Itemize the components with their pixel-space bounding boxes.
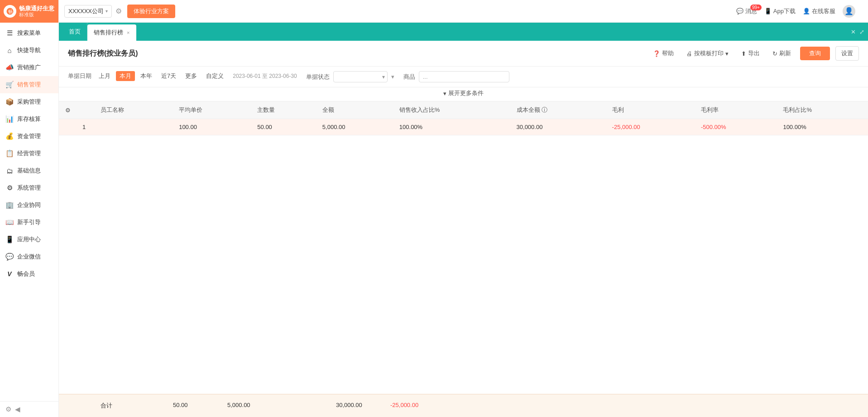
template-print-button[interactable]: 🖨 按模板打印 ▾ (683, 48, 732, 59)
sidebar-item-label: 快捷导航 (17, 46, 41, 54)
company-dropdown-icon: ▾ (106, 9, 108, 14)
export-button[interactable]: ⬆ 导出 (738, 48, 763, 59)
sidebar-footer: ⚙ ◀ (0, 401, 58, 417)
row-qty-cell: 50.00 (252, 119, 317, 135)
sidebar-item-funds[interactable]: 💰 资金管理 (0, 128, 58, 145)
app-download-action[interactable]: 📱 App下载 (764, 7, 796, 15)
export-icon: ⬆ (741, 50, 746, 57)
date-filter-label: 单据日期 (68, 72, 91, 80)
date-tab-this-year[interactable]: 本年 (137, 71, 156, 81)
goods-filter-label: 商品 (403, 73, 415, 81)
avatar-icon: 👤 (844, 7, 854, 15)
sidebar-item-quick-nav[interactable]: ⌂ 快捷导航 (0, 42, 58, 59)
sidebar-item-system[interactable]: ⚙ 系统管理 (0, 179, 58, 197)
sales-rank-table: ⚙ 员工名称 平均单价 主数量 全额 销售收入占比% 成本全额 ⓘ 毛利 毛利率… (59, 101, 868, 135)
footer-qty: 50.00 (168, 399, 222, 412)
tab-close-icon[interactable]: × (127, 30, 129, 35)
tab-home[interactable]: 首页 (62, 23, 87, 41)
expand-conditions-button[interactable]: ▾ 展开更多条件 (443, 89, 484, 97)
date-tab-last-month[interactable]: 上月 (95, 71, 114, 81)
tab-home-label: 首页 (69, 28, 81, 36)
query-button[interactable]: 查询 (800, 47, 830, 60)
sidebar-item-label: 营销推广 (17, 63, 41, 72)
row-gross-pct-cell: 100.00% (777, 119, 868, 135)
sidebar-item-enterprise[interactable]: 🏢 企业协同 (0, 197, 58, 214)
sidebar-settings-icon[interactable]: ⚙ (5, 405, 11, 413)
refresh-button[interactable]: ↻ 刷新 (769, 48, 795, 59)
row-gross-profit-cell: -25,000.00 (607, 119, 695, 135)
col-cost: 成本全额 ⓘ (511, 101, 607, 119)
logo-sub: 标准版 (19, 12, 54, 18)
row-rank-cell: 1 (77, 119, 95, 135)
sidebar-item-basic-info[interactable]: 🗂 基础信息 (0, 162, 58, 179)
topbar-gear-icon[interactable]: ⚙ (115, 7, 122, 15)
company-selector[interactable]: XXXXXX公司 ▾ (64, 5, 112, 18)
status-filter-group: 单据状态 ▾ (306, 71, 394, 82)
app-download-label: App下载 (773, 7, 796, 15)
content-area: 销售排行榜(按业务员) ❓ 帮助 🖨 按模板打印 ▾ ⬆ 导出 (59, 41, 868, 417)
footer-spacer (276, 399, 331, 412)
purchase-icon: 📦 (5, 98, 14, 106)
sidebar-item-wechat[interactable]: 💬 企业微信 (0, 248, 58, 265)
refresh-icon: ↻ (772, 50, 777, 57)
sidebar-item-inventory[interactable]: 📊 库存核算 (0, 110, 58, 128)
settings-button[interactable]: 设置 (835, 46, 859, 61)
print-dropdown-icon: ▾ (725, 50, 729, 57)
help-label: 帮助 (662, 49, 674, 58)
col-settings[interactable]: ⚙ (59, 101, 77, 119)
window-maximize-icon[interactable]: ⤢ (859, 29, 864, 35)
col-amount: 全额 (317, 101, 394, 119)
table-footer: 合计 50.00 5,000.00 30,000.00 -25,000.00 (59, 394, 868, 417)
sidebar-logo: 畅 畅康通好生意 标准版 (0, 0, 58, 23)
tab-sales-rank[interactable]: 销售排行榜 × (87, 24, 136, 41)
message-icon: 💬 (736, 8, 743, 14)
table-wrapper: ⚙ 员工名称 平均单价 主数量 全额 销售收入占比% 成本全额 ⓘ 毛利 毛利率… (59, 101, 868, 394)
window-close-icon[interactable]: ✕ (851, 29, 856, 35)
expand-label: 展开更多条件 (448, 89, 484, 97)
date-tab-custom[interactable]: 自定义 (202, 71, 227, 81)
wechat-icon: 💬 (5, 253, 14, 261)
date-tab-more[interactable]: 更多 (182, 71, 201, 81)
sidebar-item-purchase[interactable]: 📦 采购管理 (0, 93, 58, 110)
footer-amount: 5,000.00 (222, 399, 276, 412)
guide-icon: 📖 (5, 218, 14, 226)
date-filter-group: 单据日期 上月 本月 本年 近7天 更多 自定义 2023-06-01 至 20… (68, 71, 297, 81)
sidebar-item-search-order[interactable]: ☰ 搜索菜单 (0, 24, 58, 42)
sidebar-item-member[interactable]: V 畅会员 (0, 265, 58, 283)
col-gross-profit: 毛利 (607, 101, 695, 119)
company-name: XXXXXX公司 (68, 7, 104, 15)
help-button[interactable]: ❓ 帮助 (649, 48, 677, 59)
enterprise-icon: 🏢 (5, 201, 14, 209)
page-actions: ❓ 帮助 🖨 按模板打印 ▾ ⬆ 导出 ↻ 刷新 (649, 46, 859, 61)
app-center-icon: 📱 (5, 235, 14, 244)
sidebar-item-guide[interactable]: 📖 新手引导 (0, 214, 58, 231)
sidebar-item-operations[interactable]: 📋 经营管理 (0, 145, 58, 162)
online-service-action[interactable]: 👤 在线客服 (803, 7, 835, 15)
sidebar-item-marketing[interactable]: 📣 营销推广 (0, 59, 58, 76)
table-header-row: ⚙ 员工名称 平均单价 主数量 全额 销售收入占比% 成本全额 ⓘ 毛利 毛利率… (59, 101, 868, 119)
help-icon: ❓ (653, 50, 660, 57)
footer-label-cell (59, 399, 95, 412)
status-select[interactable] (333, 71, 388, 82)
member-icon: V (5, 270, 14, 278)
goods-input-wrapper[interactable]: ... (419, 71, 509, 82)
filter-bar: 单据日期 上月 本月 本年 近7天 更多 自定义 2023-06-01 至 20… (59, 67, 868, 87)
date-tab-7days[interactable]: 近7天 (158, 71, 180, 81)
avatar[interactable]: 👤 (843, 5, 855, 18)
sidebar-item-app-center[interactable]: 📱 应用中心 (0, 231, 58, 248)
col-avg-price: 平均单价 (173, 101, 252, 119)
date-tab-this-month[interactable]: 本月 (116, 71, 135, 81)
sidebar-item-label: 企业协同 (17, 201, 41, 209)
message-action[interactable]: 💬 消息 99+ (736, 7, 757, 15)
table-settings-icon[interactable]: ⚙ (65, 107, 71, 114)
page-header: 销售排行榜(按业务员) ❓ 帮助 🖨 按模板打印 ▾ ⬆ 导出 (59, 41, 868, 67)
sidebar-item-sales[interactable]: 🛒 销售管理 (0, 76, 58, 93)
row-amount-cell: 5,000.00 (317, 119, 394, 135)
status-select-wrapper (333, 71, 388, 82)
expand-icon: ▾ (443, 90, 446, 97)
sidebar-collapse-icon[interactable]: ◀ (15, 405, 20, 413)
operations-icon: 📋 (5, 149, 14, 158)
trial-button[interactable]: 体验行业方案 (127, 5, 175, 18)
goods-filter-group: 商品 ... (403, 71, 509, 82)
col-name: 员工名称 (95, 101, 173, 119)
